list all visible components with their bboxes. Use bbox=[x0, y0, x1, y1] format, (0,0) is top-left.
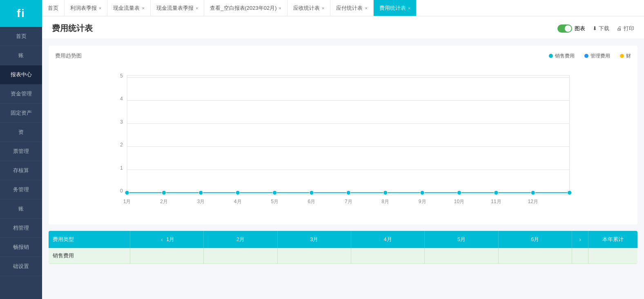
svg-text:9月: 9月 bbox=[419, 199, 426, 204]
tab-close-receivable[interactable]: × bbox=[322, 6, 324, 11]
chart-title: 费用趋势图 bbox=[55, 52, 82, 60]
svg-point-19 bbox=[346, 190, 350, 195]
th-prev[interactable]: ‹ 1月 bbox=[130, 231, 204, 248]
legend-finance: 财 bbox=[620, 53, 631, 60]
table-row: 销售费用 bbox=[49, 248, 637, 264]
td-m1 bbox=[130, 248, 204, 264]
td-m6 bbox=[499, 248, 572, 264]
svg-point-25 bbox=[567, 190, 571, 195]
svg-text:0: 0 bbox=[120, 188, 123, 194]
sidebar-item-inventory[interactable]: 存核算 bbox=[0, 161, 42, 180]
tab-profit-quarterly[interactable]: 利润表季报 × bbox=[65, 0, 107, 16]
sidebar-item-settings[interactable]: 础设置 bbox=[0, 257, 42, 276]
svg-text:3月: 3月 bbox=[197, 199, 205, 204]
svg-text:3: 3 bbox=[120, 119, 123, 125]
chart-toggle[interactable] bbox=[557, 24, 572, 33]
svg-text:4: 4 bbox=[120, 96, 123, 102]
svg-text:4月: 4月 bbox=[234, 199, 242, 204]
tab-close-blank-report[interactable]: × bbox=[279, 6, 281, 11]
th-month-1: 1月 bbox=[166, 236, 174, 243]
main-area: 首页 利润表季报 × 现金流量表 × 现金流量表季报 × 查看_空白报表(202… bbox=[42, 0, 644, 299]
table-header: 费用类型 ‹ 1月 2月 3月 4月 5月 6月 › 本年累计 bbox=[49, 231, 637, 248]
svg-text:5月: 5月 bbox=[271, 199, 279, 204]
td-arrow bbox=[572, 248, 588, 264]
content-area: 费用统计表 图表 ⬇ 下载 🖨 打印 费用趋势图 bbox=[42, 16, 644, 299]
legend-label-admin: 管理费用 bbox=[591, 53, 610, 60]
page-header: 费用统计表 图表 ⬇ 下载 🖨 打印 bbox=[42, 16, 644, 39]
legend-sales: 销售费用 bbox=[549, 53, 575, 60]
sidebar-item-ledger[interactable]: 账 bbox=[0, 199, 42, 219]
svg-text:5: 5 bbox=[120, 73, 123, 79]
td-m3 bbox=[278, 248, 351, 264]
svg-point-23 bbox=[494, 190, 498, 195]
tab-close-payable[interactable]: × bbox=[365, 6, 367, 11]
svg-text:10月: 10月 bbox=[454, 199, 465, 204]
legend-dot-finance bbox=[620, 54, 624, 58]
sidebar-item-capital[interactable]: 资金管理 bbox=[0, 84, 42, 104]
tab-expense-stats[interactable]: 费用统计表 × bbox=[374, 0, 417, 16]
download-button[interactable]: ⬇ 下载 bbox=[593, 25, 609, 32]
next-arrow-icon[interactable]: › bbox=[577, 236, 583, 243]
tab-close-profit-quarterly[interactable]: × bbox=[99, 6, 101, 11]
sidebar-item-resource[interactable]: 资 bbox=[0, 123, 42, 142]
th-month-3: 3月 bbox=[278, 231, 351, 248]
legend-dot-admin bbox=[584, 54, 588, 58]
legend-admin: 管理费用 bbox=[584, 53, 610, 60]
svg-text:12月: 12月 bbox=[528, 199, 538, 204]
table-section: 费用类型 ‹ 1月 2月 3月 4月 5月 6月 › 本年累计 销售费用 bbox=[49, 231, 637, 264]
legend-label-finance: 财 bbox=[626, 53, 631, 60]
svg-text:1: 1 bbox=[120, 165, 123, 171]
svg-point-14 bbox=[162, 190, 166, 195]
sidebar-logo: fi bbox=[0, 0, 42, 27]
sidebar-item-home[interactable]: 首页 bbox=[0, 27, 42, 46]
tab-receivable[interactable]: 应收统计表 × bbox=[287, 0, 330, 16]
sidebar-item-reports[interactable]: 报表中心 bbox=[0, 65, 42, 84]
svg-rect-12 bbox=[127, 75, 570, 195]
sidebar-item-account[interactable]: 账 bbox=[0, 46, 42, 65]
tab-cashflow-quarterly[interactable]: 现金流量表季报 × bbox=[151, 0, 204, 16]
sidebar-item-service[interactable]: 务管理 bbox=[0, 180, 42, 199]
tab-cashflow[interactable]: 现金流量表 × bbox=[107, 0, 150, 16]
tab-payable[interactable]: 应付统计表 × bbox=[330, 0, 373, 16]
th-month-4: 4月 bbox=[351, 231, 425, 248]
svg-text:2月: 2月 bbox=[160, 199, 168, 204]
svg-point-22 bbox=[457, 190, 461, 195]
sidebar-item-assets[interactable]: 固定资产 bbox=[0, 104, 42, 123]
legend-dot-sales bbox=[549, 54, 553, 58]
download-icon: ⬇ bbox=[593, 25, 597, 31]
svg-text:2: 2 bbox=[120, 142, 123, 148]
print-icon: 🖨 bbox=[617, 25, 622, 31]
sidebar-item-invoice[interactable]: 票管理 bbox=[0, 142, 42, 161]
svg-point-20 bbox=[383, 190, 388, 195]
header-actions: 图表 ⬇ 下载 🖨 打印 bbox=[557, 24, 634, 33]
th-month-2: 2月 bbox=[204, 231, 277, 248]
svg-text:6月: 6月 bbox=[308, 199, 316, 204]
svg-text:7月: 7月 bbox=[345, 199, 352, 204]
prev-arrow-icon[interactable]: ‹ bbox=[159, 236, 165, 243]
tab-close-expense-stats[interactable]: × bbox=[408, 6, 410, 11]
chart-svg: 0 1 2 3 4 5 bbox=[55, 63, 631, 218]
th-ytd: 本年累计 bbox=[588, 231, 637, 248]
svg-point-17 bbox=[272, 190, 276, 195]
tab-close-cashflow-quarterly[interactable]: × bbox=[196, 6, 198, 11]
sidebar-item-archive[interactable]: 档管理 bbox=[0, 219, 42, 238]
sidebar-item-expense[interactable]: 畅报销 bbox=[0, 238, 42, 257]
print-button[interactable]: 🖨 打印 bbox=[617, 25, 634, 32]
svg-point-21 bbox=[420, 190, 424, 195]
tab-close-cashflow[interactable]: × bbox=[142, 6, 144, 11]
td-type-sales: 销售费用 bbox=[49, 248, 130, 264]
tab-home[interactable]: 首页 bbox=[42, 0, 65, 16]
chart-container: 0 1 2 3 4 5 bbox=[55, 63, 631, 218]
td-m4 bbox=[351, 248, 425, 264]
th-type: 费用类型 bbox=[49, 231, 130, 248]
chart-toggle-label: 图表 bbox=[575, 25, 585, 32]
svg-point-18 bbox=[310, 190, 314, 195]
svg-point-15 bbox=[199, 190, 203, 195]
svg-point-24 bbox=[531, 190, 535, 195]
tab-blank-report[interactable]: 查看_空白报表(2023年02月) × bbox=[204, 0, 287, 16]
svg-text:1月: 1月 bbox=[123, 199, 131, 204]
chart-section: 费用趋势图 销售费用 管理费用 财 bbox=[49, 46, 637, 224]
svg-point-16 bbox=[236, 190, 240, 195]
th-month-5: 5月 bbox=[425, 231, 498, 248]
th-next[interactable]: › bbox=[572, 231, 588, 248]
